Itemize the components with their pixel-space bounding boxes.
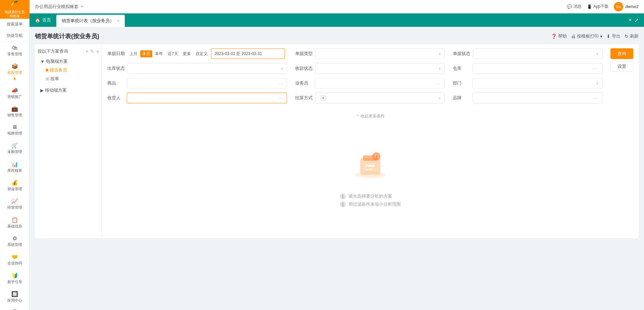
tab-sales-stat[interactable]: 销货单统计表（按业务员） × [56,15,125,27]
goods-field[interactable]: ··· [127,78,287,89]
date-tab-this-month[interactable]: 本月 [140,50,152,57]
avatar: Ea [614,2,623,11]
tree-item-by-order[interactable]: ⊞ 按单 [43,74,99,83]
sidebar-label-sales: 销售管理 [7,113,22,117]
sidebar-item-retail[interactable]: 🛍 零售管理 [0,42,29,60]
app-download-btn[interactable]: 📱 App下载 [587,4,608,9]
help-btn[interactable]: ❓ 帮助 [551,33,567,39]
date-range-text: 2023-03-01 至 2023-03-31 [215,51,262,57]
query-button[interactable]: 查询 [610,48,633,59]
add-scheme-btn[interactable]: + [86,49,88,54]
logo-text: 畅捷通好生意 [5,10,25,14]
main-area: 办公用品行业模拟账套 ▾ 💬 消息 📱 App下载 Ea demo2 🏠 首页 … [30,0,644,310]
filter-col-salesperson: 业务员 ··· [295,78,445,89]
date-tab-7days[interactable]: 近7天 [166,50,180,57]
collapse-more-btn[interactable]: ⌃ 收起更多条件 [356,113,385,119]
tip-num-2: 2 [340,201,346,207]
settings-button[interactable]: 设置 [610,61,633,72]
user-menu[interactable]: Ea demo2 [614,2,639,11]
date-tab-custom[interactable]: 自定义 [194,50,210,57]
sidebar-label-collab: 企业协同 [7,261,22,265]
brand-field[interactable]: ··· [472,93,602,103]
tab-window-actions: × ⤢ [629,17,644,23]
filter-row-3: 商品 ··· 业务员 ··· [107,78,602,89]
sidebar-item-basic[interactable]: 📋 基础信息 [0,213,29,232]
tabbar: 🏠 首页 销货单统计表（按业务员） × × ⤢ [30,13,644,27]
brand-dots: ··· [593,95,599,101]
sidebar: 🍊 畅捷通好生意 标账版 搜索菜单 快捷导航 🛍 零售管理 📦 批发管理 ▲ 📣… [0,0,30,310]
message-btn[interactable]: 💬 消息 [567,4,582,9]
settlement-select[interactable]: × [315,93,445,103]
sidebar-item-guide[interactable]: 🔰 新手引导 [0,269,29,288]
wholesale-icon: 📦 [11,63,18,69]
export-btn[interactable]: ⬇ 导出 [606,33,621,39]
salesperson-field[interactable]: ··· [315,78,445,89]
doctype-select[interactable] [315,48,445,59]
tree-desktop-group: ▼ 电脑端方案 [38,57,99,66]
sidebar-quicknav[interactable]: 快捷导航 [0,30,29,42]
ecom-icon: 🖥 [12,124,17,130]
date-tab-more[interactable]: 更多 [181,50,193,57]
settlement-clear-btn[interactable]: × [320,95,326,101]
refresh-btn[interactable]: ↻ 刷新 [625,33,639,39]
tab-close-btn[interactable]: × [117,19,119,23]
print-dropdown-icon[interactable]: ▾ [600,34,602,39]
content-area: 销货单统计表(按业务员) ❓ 帮助 🖨 按模板打印 ▾ ⬇ 导出 ↻ 刷新 [30,27,644,310]
date-tab-last-month[interactable]: 上月 [127,50,140,57]
sidebar-item-stock[interactable]: 📊 库存核算 [0,158,29,176]
sidebar-item-finance[interactable]: 💰 资金管理 [0,176,29,195]
sidebar-item-collab[interactable]: 🤝 企业协同 [0,250,29,269]
tab-home-icon: 🏠 [35,18,40,23]
brand-label: 品牌 [453,95,470,101]
sidebar-item-apps[interactable]: 🔲 应用中心 [0,288,29,306]
active-dot [46,69,48,71]
sidebar-item-wechat[interactable]: 💬 企业微信 [0,306,29,310]
warehouse-field[interactable]: ··· [472,63,602,74]
right-filter: 单据日期 上月 本月 本年 近7天 更多 自定义 [102,44,639,238]
consignee-field[interactable]: ··· [127,93,287,103]
goods-label: 商品 [107,80,124,86]
filter-row-1: 单据日期 上月 本月 本年 近7天 更多 自定义 [107,48,602,59]
empty-svg: ! [350,148,390,182]
tree-expand-icon: ▼ [40,59,45,64]
tree-item-by-salesperson[interactable]: 按业务员 [43,66,99,74]
sidebar-label-system: 系统管理 [7,242,22,247]
sidebar-label-basic: 基础信息 [7,224,22,228]
consignee-dots: ··· [277,95,283,101]
ops-icon: 📈 [11,198,18,204]
date-range-field[interactable]: 2023-03-01 至 2023-03-31 [211,48,285,59]
tab-minimize-btn[interactable]: × [629,17,632,23]
edit-scheme-btn[interactable]: ✎ [90,49,94,54]
sidebar-item-wholesale[interactable]: 📦 批发管理 ▲ [0,60,29,84]
print-btn[interactable]: 🖨 按模板打印 ▾ [571,33,602,39]
topbar-dropdown-icon[interactable]: ▾ [81,5,83,8]
sidebar-search[interactable]: 搜索菜单 [0,19,29,30]
svg-rect-3 [365,165,375,167]
sidebar-label-guide: 新手引导 [7,279,22,284]
sidebar-item-ops[interactable]: 📈 经营管理 [0,195,29,213]
sidebar-item-system[interactable]: ⚙ 系统管理 [0,232,29,250]
outstatus-select[interactable] [127,63,287,74]
body-area: 按以下方案查询 + ✎ « ▼ 电脑端方案 按业务员 [35,44,639,238]
collection-select[interactable] [315,63,445,74]
dept-select[interactable] [472,78,602,89]
filter-col-warehouse: 仓库 ··· [453,63,602,74]
sidebar-item-purchase[interactable]: 🛒 采购管理 [0,139,29,157]
date-tab-this-year[interactable]: 本年 [153,50,165,57]
username: demo2 [625,4,639,9]
sidebar-label-stock: 库存核算 [7,168,22,173]
tab-home[interactable]: 🏠 首页 [30,13,56,27]
collapse-panel-btn[interactable]: « [96,49,99,54]
system-icon: ⚙ [12,235,17,242]
docstatus-select[interactable] [473,48,602,59]
sidebar-item-marketing[interactable]: 📣 营销推广 [0,84,29,102]
tab-maximize-btn[interactable]: ⤢ [634,17,639,23]
print-icon: 🖨 [571,34,576,39]
tree-children: 按业务员 ⊞ 按单 [38,66,99,83]
sidebar-item-ecom[interactable]: 🖥 电商管理 [0,121,29,139]
sidebar-item-sales[interactable]: 💼 销售管理 [0,102,29,121]
svg-rect-4 [365,169,373,170]
doc-title: 办公用品行业模拟账套 [35,4,78,10]
guide-icon: 🔰 [11,272,18,279]
page-title: 销货单统计表(按业务员) [35,32,99,40]
